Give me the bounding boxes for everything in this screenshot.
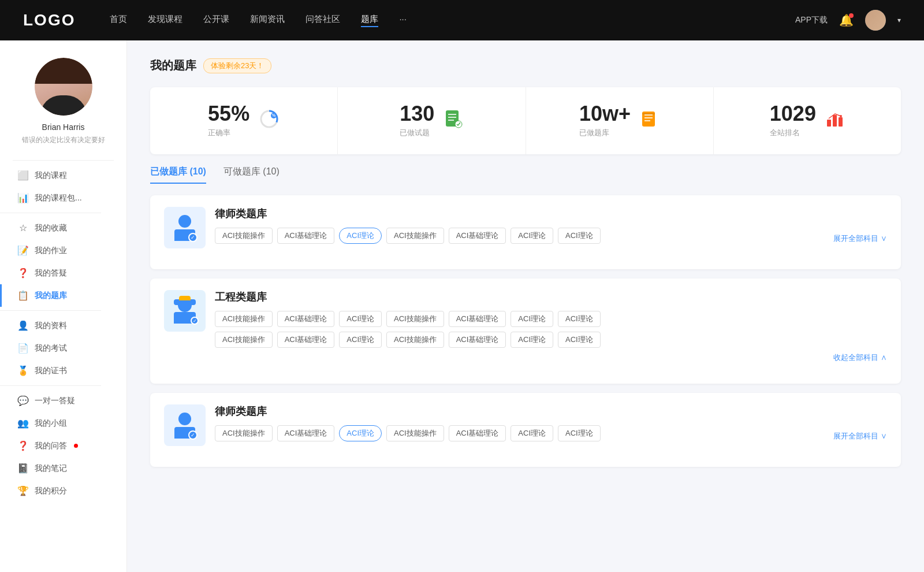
bank-card-lawyer1: ✓ 律师类题库 ACI技能操作 ACI基础理论 ACI理论 ACI技能操作 AC… [150,195,901,269]
nav-question-bank[interactable]: 题库 [361,14,378,27]
stat-accuracy: 55% 正确率 % [150,87,338,154]
bank-tag[interactable]: ACI基础理论 [449,311,506,327]
svg-rect-11 [644,117,653,118]
bank-tag-selected[interactable]: ACI理论 [339,425,382,441]
bank-tag[interactable]: ACI技能操作 [215,425,273,441]
bank-tag[interactable]: ACI理论 [558,311,601,327]
sidebar-item-label-tutoring: 一对一答疑 [35,396,75,406]
sidebar-item-favorites[interactable]: ☆ 我的收藏 [0,217,126,239]
sidebar-item-homework[interactable]: 📝 我的作业 [0,239,126,262]
nav-qa[interactable]: 问答社区 [305,14,340,27]
sidebar-item-exam[interactable]: 📄 我的考试 [0,337,126,359]
check-badge2: ✓ [188,430,198,440]
svg-rect-13 [642,113,655,114]
sidebar-item-qa[interactable]: ❓ 我的答疑 [0,262,126,284]
sidebar-item-label-questions: 我的问答 [35,441,67,451]
stat-done-banks: 10w+ 已做题库 [526,87,714,154]
sidebar-item-label-notes: 我的笔记 [35,463,67,474]
svg-rect-15 [833,115,837,127]
sidebar-item-my-course[interactable]: ⬜ 我的课程 [0,164,126,187]
stat-done-questions-value: 130 [400,103,434,124]
sidebar-item-tutoring[interactable]: 💬 一对一答疑 [0,389,126,412]
sidebar-item-profile[interactable]: 👤 我的资料 [0,314,126,337]
trial-badge[interactable]: 体验剩余23天！ [203,58,271,73]
svg-point-17 [840,115,842,117]
bank-tag[interactable]: ACI技能操作 [386,311,444,327]
sidebar-item-label-bank: 我的题库 [35,291,67,301]
bank-tag[interactable]: ACI基础理论 [449,228,506,244]
sidebar-divider-1 [0,213,101,213]
sidebar-item-label-qa: 我的答疑 [35,268,67,278]
sidebar-item-notes[interactable]: 📓 我的笔记 [0,457,126,480]
nav-open-course[interactable]: 公开课 [203,14,229,27]
bank-tag[interactable]: ACI技能操作 [215,332,273,348]
bank-tag[interactable]: ACI基础理论 [277,332,335,348]
bank-tag[interactable]: ACI技能操作 [215,228,273,244]
bank-tag[interactable]: ACI基础理论 [449,425,506,441]
bank-tag[interactable]: ACI理论 [511,332,553,348]
bank-tag[interactable]: ACI理论 [511,425,553,441]
sidebar-divider-top [13,160,114,161]
course-icon: ⬜ [17,170,29,181]
sidebar-user-name: Brian Harris [42,122,85,132]
tab-available-banks[interactable]: 可做题库 (10) [223,166,280,184]
qa-icon: ❓ [17,268,29,278]
tutoring-icon: 💬 [17,395,29,406]
bank-tag[interactable]: ACI理论 [558,228,601,244]
bank-tag[interactable]: ACI理论 [511,228,553,244]
bank-tag[interactable]: ACI理论 [558,332,601,348]
bank-tag[interactable]: ACI技能操作 [386,228,444,244]
navbar-right: APP下载 🔔 ▾ [795,10,901,31]
bank-tag[interactable]: ACI基础理论 [277,311,335,327]
sidebar-item-label-package: 我的课程包... [35,193,82,203]
bank-tag[interactable]: ACI基础理论 [277,228,335,244]
sidebar-avatar[interactable] [35,58,92,116]
sidebar-item-label-points: 我的积分 [35,486,67,496]
nav-news[interactable]: 新闻资讯 [250,14,285,27]
sidebar-item-label-exam: 我的考试 [35,343,67,354]
bank-tag[interactable]: ACI技能操作 [215,311,273,327]
stat-done-banks-value: 10w+ [579,103,631,124]
collapse-button-engineer1[interactable]: 收起全部科目 ∧ [215,352,887,363]
accuracy-icon: % [259,109,280,133]
expand-button-lawyer2[interactable]: 展开全部科目 ∨ [833,431,887,441]
stats-row: 55% 正确率 % 130 已做试题 [150,87,901,154]
bank-tag[interactable]: ACI理论 [558,425,601,441]
stat-done-questions: 130 已做试题 [338,87,526,154]
sidebar-item-points[interactable]: 🏆 我的积分 [0,480,126,502]
sidebar-item-questions[interactable]: ❓ 我的问答 [0,434,126,457]
sidebar-item-course-package[interactable]: 📊 我的课程包... [0,187,126,209]
bank-tag[interactable]: ACI技能操作 [386,332,444,348]
stat-rank-label: 全站排名 [770,128,816,138]
nav-discover[interactable]: 发现课程 [148,14,182,27]
expand-button-lawyer1[interactable]: 展开全部科目 ∨ [833,233,887,244]
bank-tag-selected[interactable]: ACI理论 [339,228,382,244]
nav-home[interactable]: 首页 [110,14,127,27]
sidebar-item-groups[interactable]: 👥 我的小组 [0,412,126,434]
bank-tag[interactable]: ACI理论 [339,311,382,327]
user-avatar[interactable] [865,10,886,31]
nav-more[interactable]: ··· [399,14,407,27]
user-menu-chevron[interactable]: ▾ [897,16,901,24]
sidebar-item-label-cert: 我的证书 [35,366,67,376]
sidebar-item-certificate[interactable]: 🏅 我的证书 [0,359,126,382]
stat-done-banks-label: 已做题库 [579,128,631,138]
stat-accuracy-value: 55% [208,103,249,124]
nav-menu: 首页 发现课程 公开课 新闻资讯 问答社区 题库 ··· [110,14,795,27]
svg-rect-7 [448,120,454,121]
logo: LOGO [23,11,75,29]
sidebar-item-question-bank[interactable]: 📋 我的题库 [0,284,126,307]
page-title: 我的题库 [150,58,196,73]
tab-done-banks[interactable]: 已做题库 (10) [150,166,206,184]
bank-tag[interactable]: ACI基础理论 [277,425,335,441]
bank-tag[interactable]: ACI理论 [511,311,553,327]
lawyer2-bank-icon: ✓ [164,404,206,446]
bank-tag[interactable]: ACI技能操作 [386,425,444,441]
bank-tag[interactable]: ACI基础理论 [449,332,506,348]
lawyer2-bank-name: 律师类题库 [215,404,887,418]
notification-bell[interactable]: 🔔 [839,13,854,27]
sidebar-item-label-profile: 我的资料 [35,321,67,331]
app-download-button[interactable]: APP下载 [795,15,828,25]
bank-tag[interactable]: ACI理论 [339,332,382,348]
notes-icon: 📓 [17,463,29,474]
